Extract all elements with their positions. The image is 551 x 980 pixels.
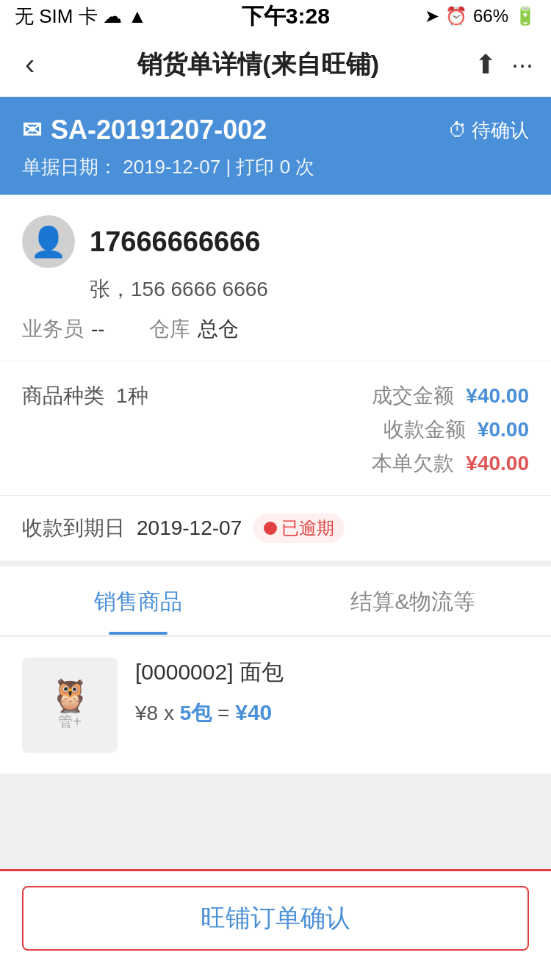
status-bar: 无 SIM 卡 ☁ ▲ 下午3:28 ➤ ⏰ 66% 🔋 bbox=[0, 0, 551, 32]
product-image: 🦉 管+ bbox=[22, 657, 118, 753]
wifi-icon: ▲ bbox=[128, 5, 147, 28]
product-equals: = bbox=[217, 702, 235, 724]
due-section: 收款到期日 2019-12-07 已逾期 bbox=[0, 496, 551, 566]
tabs-section: 销售商品 结算&物流等 bbox=[0, 566, 551, 635]
overdue-text: 已逾期 bbox=[281, 516, 334, 540]
battery-icon: 🔋 bbox=[514, 6, 536, 26]
warehouse-value: 总仓 bbox=[198, 315, 239, 343]
received-amount-value: ¥0.00 bbox=[478, 418, 529, 442]
sales-label: 业务员 bbox=[22, 315, 84, 343]
left-amounts: 商品种类 1种 bbox=[22, 382, 148, 410]
order-icon: ✉ bbox=[22, 116, 42, 144]
customer-row: 👤 17666666666 bbox=[22, 215, 529, 268]
order-header: ✉ SA-20191207-002 ⏱ 待确认 单据日期： 2019-12-07… bbox=[0, 97, 551, 195]
customer-meta: 业务员 -- 仓库 总仓 bbox=[22, 315, 529, 343]
sim-label: 无 SIM 卡 ☁ bbox=[15, 4, 122, 29]
bottom-bar: 旺铺订单确认 bbox=[0, 869, 551, 980]
order-status: ⏱ 待确认 bbox=[448, 118, 529, 143]
owed-amount-row: 本单欠款 ¥40.00 bbox=[372, 450, 529, 478]
status-time: 下午3:28 bbox=[242, 1, 330, 32]
page-title: 销货单详情(来自旺铺) bbox=[137, 48, 379, 82]
product-name: [0000002] 面包 bbox=[135, 657, 529, 688]
tab-sales[interactable]: 销售商品 bbox=[0, 566, 276, 635]
customer-name: 张，156 6666 6666 bbox=[90, 275, 529, 303]
product-type-value: 1种 bbox=[116, 382, 148, 410]
battery-label: 66% bbox=[473, 6, 508, 26]
status-right: ➤ ⏰ 66% 🔋 bbox=[425, 6, 536, 26]
deal-amount-label: 成交金额 bbox=[372, 382, 454, 410]
tab-settlement-label: 结算&物流等 bbox=[350, 589, 475, 613]
location-icon: ➤ bbox=[425, 6, 439, 26]
confirm-button[interactable]: 旺铺订单确认 bbox=[22, 886, 529, 951]
date-value: 2019-12-07 bbox=[123, 156, 220, 178]
amount-section: 商品种类 1种 成交金额 ¥40.00 收款金额 ¥0.00 本单欠款 ¥40.… bbox=[0, 361, 551, 496]
status-left: 无 SIM 卡 ☁ ▲ bbox=[15, 4, 147, 29]
avatar-icon: 👤 bbox=[30, 225, 67, 259]
product-qty: 5包 bbox=[180, 702, 212, 724]
product-name-text: 面包 bbox=[240, 660, 284, 684]
product-item: 🦉 管+ [0000002] 面包 ¥8 x 5包 = ¥40 bbox=[22, 657, 529, 753]
product-price-row: ¥8 x 5包 = ¥40 bbox=[135, 699, 529, 727]
received-amount-label: 收款金额 bbox=[383, 416, 466, 444]
overdue-badge: 已逾期 bbox=[253, 514, 345, 543]
deal-amount-value: ¥40.00 bbox=[466, 384, 529, 408]
product-type-label: 商品种类 bbox=[22, 382, 104, 410]
avatar: 👤 bbox=[22, 215, 75, 268]
product-type-row: 商品种类 1种 bbox=[22, 382, 148, 410]
warehouse-item: 仓库 总仓 bbox=[149, 315, 239, 343]
customer-section: 👤 17666666666 张，156 6666 6666 业务员 -- 仓库 … bbox=[0, 195, 551, 361]
tab-sales-label: 销售商品 bbox=[94, 589, 182, 613]
status-text: 待确认 bbox=[472, 118, 529, 143]
more-icon[interactable]: ··· bbox=[511, 49, 533, 80]
product-section: 🦉 管+ [0000002] 面包 ¥8 x 5包 = ¥40 bbox=[0, 637, 551, 774]
order-date: 单据日期： 2019-12-07 | 打印 0 次 bbox=[22, 154, 529, 180]
overdue-dot-icon bbox=[264, 522, 277, 535]
product-total: ¥40 bbox=[235, 700, 272, 724]
due-date-value: 2019-12-07 bbox=[137, 516, 242, 540]
date-label: 单据日期： bbox=[22, 156, 118, 178]
nav-actions: ⬆ ··· bbox=[475, 49, 533, 80]
sales-value: -- bbox=[91, 317, 105, 341]
tab-settlement[interactable]: 结算&物流等 bbox=[276, 566, 551, 635]
warehouse-label: 仓库 bbox=[149, 315, 190, 343]
status-clock-icon: ⏱ bbox=[448, 119, 467, 142]
due-label: 收款到期日 bbox=[22, 514, 125, 542]
order-id-value: SA-20191207-002 bbox=[51, 115, 267, 145]
right-amounts: 成交金额 ¥40.00 收款金额 ¥0.00 本单欠款 ¥40.00 bbox=[372, 382, 529, 478]
order-id-row: ✉ SA-20191207-002 ⏱ 待确认 bbox=[22, 115, 529, 145]
product-info: [0000002] 面包 ¥8 x 5包 = ¥40 bbox=[135, 657, 529, 727]
received-amount-row: 收款金额 ¥0.00 bbox=[383, 416, 529, 444]
print-info: | 打印 0 次 bbox=[226, 156, 314, 178]
nav-bar: ‹ 销货单详情(来自旺铺) ⬆ ··· bbox=[0, 32, 551, 97]
back-button[interactable]: ‹ bbox=[18, 40, 42, 88]
product-code: [0000002] bbox=[135, 660, 233, 684]
alarm-icon: ⏰ bbox=[445, 6, 467, 26]
order-id: ✉ SA-20191207-002 bbox=[22, 115, 267, 145]
customer-phone: 17666666666 bbox=[90, 226, 260, 258]
share-icon[interactable]: ⬆ bbox=[475, 49, 497, 80]
owed-amount-value: ¥40.00 bbox=[466, 452, 529, 475]
sales-item: 业务员 -- bbox=[22, 315, 105, 343]
product-price-label: ¥8 x bbox=[135, 702, 180, 724]
deal-amount-row: 成交金额 ¥40.00 bbox=[372, 382, 529, 410]
owed-amount-label: 本单欠款 bbox=[372, 450, 454, 478]
product-owl-logo: 🦉 管+ bbox=[50, 680, 90, 732]
